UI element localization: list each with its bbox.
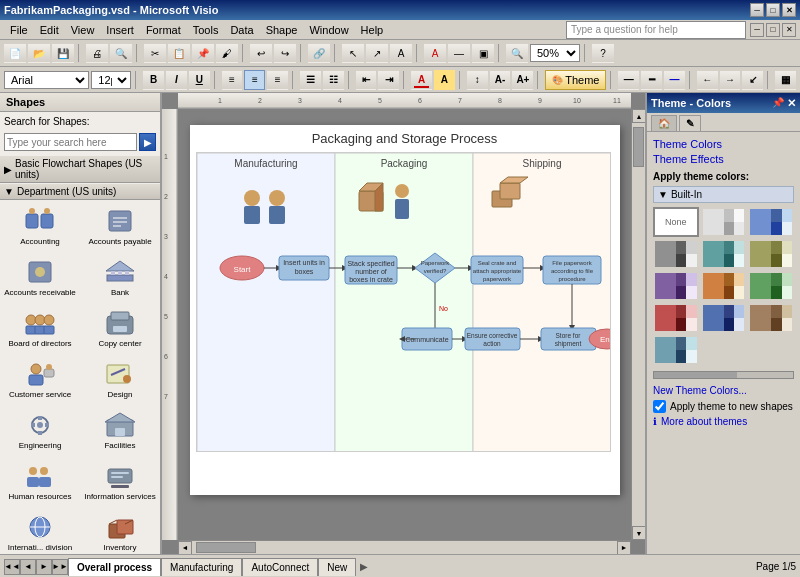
- scroll-left-btn[interactable]: ◄: [178, 541, 192, 555]
- swatch-9[interactable]: [653, 303, 699, 333]
- shape-facilities[interactable]: Facilities: [80, 404, 160, 455]
- close-btn[interactable]: ✕: [782, 3, 796, 17]
- swatch-2[interactable]: [748, 207, 794, 237]
- shape-customer[interactable]: Customer service: [0, 353, 80, 404]
- help-max-btn[interactable]: □: [766, 23, 780, 37]
- apply-theme-checkbox-row[interactable]: Apply theme to new shapes: [653, 400, 794, 413]
- new-theme-link[interactable]: New Theme Colors...: [653, 385, 794, 396]
- menu-tools[interactable]: Tools: [187, 22, 225, 38]
- swatch-none[interactable]: None: [653, 207, 699, 237]
- shadow-btn[interactable]: ▣: [472, 43, 494, 63]
- format-painter-btn[interactable]: 🖌: [216, 43, 238, 63]
- maximize-btn[interactable]: □: [766, 3, 780, 17]
- swatch-4[interactable]: [701, 239, 747, 269]
- theme-colors-link[interactable]: Theme Colors: [653, 138, 794, 150]
- swatch-7[interactable]: [701, 271, 747, 301]
- page-tab-overall[interactable]: Overall process: [68, 558, 161, 576]
- page-tab-autoconnect[interactable]: AutoConnect: [242, 558, 318, 576]
- page-nav-prev[interactable]: ◄: [20, 559, 36, 575]
- panel-scroll-bar[interactable]: [653, 371, 794, 379]
- builtin-header[interactable]: ▼ Built-In: [653, 186, 794, 203]
- shape-inventory[interactable]: Inventory: [80, 506, 160, 554]
- increase-indent-btn[interactable]: ⇥: [378, 70, 399, 90]
- more-about-themes-link[interactable]: More about themes: [661, 416, 747, 427]
- line-spacing-btn[interactable]: ↕: [467, 70, 488, 90]
- shape-engineering[interactable]: Engineering: [0, 404, 80, 455]
- swatch-11[interactable]: [748, 303, 794, 333]
- preview-btn[interactable]: 🔍: [110, 43, 132, 63]
- font-color-btn[interactable]: A: [411, 70, 432, 90]
- panel-tab-home[interactable]: 🏠: [651, 115, 677, 131]
- print-btn[interactable]: 🖨: [86, 43, 108, 63]
- insert-hyperlink-btn[interactable]: 🔗: [308, 43, 330, 63]
- font-selector[interactable]: Arial: [4, 71, 89, 89]
- zoom-combo[interactable]: 50%75%100%: [530, 44, 580, 62]
- shape-copy-center[interactable]: Copy center: [80, 302, 160, 353]
- shape-accounts-payable[interactable]: Accounts payable: [80, 200, 160, 251]
- swatch-3[interactable]: [653, 239, 699, 269]
- numbered-list-btn[interactable]: ☷: [323, 70, 344, 90]
- decrease-font-btn[interactable]: A-: [490, 70, 511, 90]
- scroll-right-btn[interactable]: ►: [617, 541, 631, 555]
- paste-btn[interactable]: 📌: [192, 43, 214, 63]
- arrow-end-btn[interactable]: →: [720, 70, 741, 90]
- shape-hr[interactable]: Human resources: [0, 455, 80, 506]
- menu-format[interactable]: Format: [140, 22, 187, 38]
- help-min-btn[interactable]: ─: [750, 23, 764, 37]
- bullet-list-btn[interactable]: ☰: [300, 70, 321, 90]
- open-btn[interactable]: 📂: [28, 43, 50, 63]
- search-input[interactable]: [4, 133, 137, 151]
- scroll-vertical[interactable]: ▲ ▼: [631, 109, 645, 540]
- decrease-indent-btn[interactable]: ⇤: [356, 70, 377, 90]
- shape-accounting[interactable]: Accounting: [0, 200, 80, 251]
- connector-style-btn[interactable]: ↙: [742, 70, 763, 90]
- bold-btn[interactable]: B: [143, 70, 164, 90]
- redo-btn[interactable]: ↪: [274, 43, 296, 63]
- shape-design[interactable]: Design: [80, 353, 160, 404]
- scroll-down-btn[interactable]: ▼: [632, 526, 645, 540]
- scroll-thumb-v[interactable]: [633, 127, 644, 167]
- shape-bank[interactable]: Bank: [80, 251, 160, 302]
- shape-board[interactable]: Board of directors: [0, 302, 80, 353]
- search-btn[interactable]: ▶: [139, 133, 156, 151]
- line-color-btn[interactable]: —: [664, 70, 685, 90]
- line-style-btn[interactable]: —: [618, 70, 639, 90]
- page-nav-first[interactable]: ◄◄: [4, 559, 20, 575]
- help-search[interactable]: Type a question for help: [566, 21, 746, 39]
- scroll-horizontal[interactable]: ◄ ►: [178, 540, 631, 554]
- swatch-6[interactable]: [653, 271, 699, 301]
- pointer-btn[interactable]: ↖: [342, 43, 364, 63]
- swatch-1[interactable]: [701, 207, 747, 237]
- canvas-scroll[interactable]: Packaging and Storage Process Manufactur…: [178, 109, 631, 540]
- menu-data[interactable]: Data: [224, 22, 259, 38]
- shape-accounts-receivable[interactable]: Accounts receivable: [0, 251, 80, 302]
- new-btn[interactable]: 📄: [4, 43, 26, 63]
- add-page-btn[interactable]: ▶: [356, 559, 372, 574]
- line-btn[interactable]: —: [448, 43, 470, 63]
- help-close-btn[interactable]: ✕: [782, 23, 796, 37]
- page-nav-next[interactable]: ►: [36, 559, 52, 575]
- category-flowchart[interactable]: ▶ Basic Flowchart Shapes (US units): [0, 155, 160, 183]
- align-left-btn[interactable]: ≡: [222, 70, 243, 90]
- increase-font-btn[interactable]: A+: [512, 70, 533, 90]
- swatch-5[interactable]: [748, 239, 794, 269]
- menu-file[interactable]: File: [4, 22, 34, 38]
- swatch-12[interactable]: [653, 335, 699, 365]
- scroll-thumb-h[interactable]: [196, 542, 256, 553]
- page-nav-last[interactable]: ►►: [52, 559, 68, 575]
- more-themes-row[interactable]: ℹ More about themes: [653, 416, 794, 427]
- swatch-10[interactable]: [701, 303, 747, 333]
- apply-theme-checkbox[interactable]: [653, 400, 666, 413]
- scroll-up-btn[interactable]: ▲: [632, 109, 645, 123]
- theme-btn[interactable]: 🎨 Theme: [545, 70, 606, 90]
- shape-intl[interactable]: Internati... division: [0, 506, 80, 554]
- connector-btn[interactable]: ↗: [366, 43, 388, 63]
- menu-help[interactable]: Help: [355, 22, 390, 38]
- fill-btn[interactable]: A: [424, 43, 446, 63]
- menu-shape[interactable]: Shape: [260, 22, 304, 38]
- menu-view[interactable]: View: [65, 22, 101, 38]
- undo-btn[interactable]: ↩: [250, 43, 272, 63]
- underline-btn[interactable]: U: [189, 70, 210, 90]
- italic-btn[interactable]: I: [166, 70, 187, 90]
- help-btn[interactable]: ?: [592, 43, 614, 63]
